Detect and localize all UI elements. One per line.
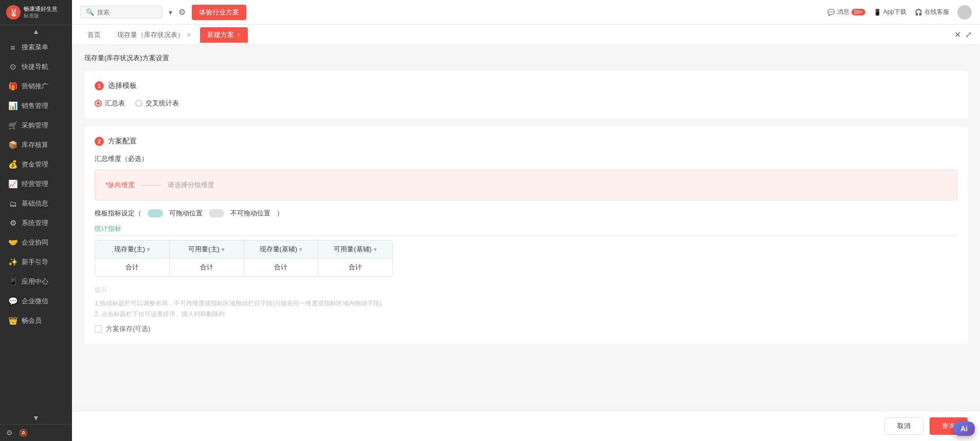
settings-gear-button[interactable]: ⚙ (178, 7, 186, 17)
col-inventory-aux-label: 现存量(基辅) (260, 245, 298, 254)
sidebar-item-search-menu[interactable]: ≡ 搜索菜单 (0, 38, 72, 57)
settings-button[interactable]: ⚙ (6, 429, 13, 437)
sidebar-item-sales[interactable]: 📊 销售管理 (0, 96, 72, 116)
guide-icon: ✨ (8, 258, 17, 267)
sales-icon: 📊 (8, 101, 17, 111)
app-download-icon: 📱 (874, 9, 881, 16)
search-box[interactable]: 🔍 (80, 6, 162, 19)
content-area: 现存量(库存状况表)方案设置 1 选择模板 汇总表 交叉统计表 2 (72, 45, 980, 411)
expand-button[interactable]: ⤢ (965, 30, 972, 40)
step1-section: 1 选择模板 汇总表 交叉统计表 (84, 71, 968, 118)
ai-float-button[interactable]: Ai (953, 421, 975, 436)
radio-summary[interactable]: 汇总表 (95, 99, 125, 108)
sidebar-item-guide[interactable]: ✨ 新手引导 (0, 252, 72, 272)
sidebar-item-label: 资金管理 (22, 160, 48, 169)
industry-plan-button[interactable]: 体验行业方案 (192, 5, 246, 20)
enterprise-icon: 🤝 (8, 238, 17, 247)
sidebar-item-member[interactable]: 👑 畅会员 (0, 311, 72, 330)
dimension-selector[interactable]: *纵向维度 请选择分组维度 (95, 170, 957, 200)
app-download-button[interactable]: 📱 App下载 (874, 8, 906, 16)
basic-icon: 🗂 (8, 199, 17, 208)
dimension-required-label: 汇总维度（必选） (95, 154, 957, 163)
sidebar-footer: ⚙ 🔕 (0, 424, 72, 441)
sidebar-item-marketing[interactable]: 🎁 营销推广 (0, 77, 72, 96)
message-button[interactable]: 💬 消息 99+ (827, 8, 865, 16)
step2-header: 2 方案配置 (95, 137, 957, 146)
tab-inventory-label: 现存量（库存状况表） (117, 30, 184, 40)
quick-nav-icon: ⊙ (8, 62, 17, 71)
app-logo: 🐰 畅康通好生意 标准版 (0, 0, 72, 25)
tab-home[interactable]: 首页 (80, 27, 108, 43)
chevron-down-icon: ▾ (147, 246, 150, 253)
col-available-aux: 可用量(基辅) ▾ (318, 241, 392, 258)
user-avatar[interactable] (957, 5, 972, 20)
tab-inventory-status[interactable]: 现存量（库存状况表） × (110, 27, 198, 43)
topbar: 🔍 ▾ ⚙ 体验行业方案 💬 消息 99+ 📱 App下载 🎧 在线客服 (72, 0, 980, 25)
chevron-down-icon: ▾ (374, 246, 377, 253)
sidebar-scroll-up[interactable]: ▲ (0, 25, 72, 38)
chevron-down-icon: ▾ (222, 246, 225, 253)
sidebar-item-label: 经营管理 (22, 179, 48, 189)
sidebar-item-inventory[interactable]: 📦 库存核算 (0, 135, 72, 155)
close-all-tabs-button[interactable]: ✕ (954, 30, 961, 40)
save-checkbox[interactable] (95, 325, 102, 333)
draggable-indicator (148, 209, 163, 217)
tab-inventory-close-icon[interactable]: × (187, 31, 191, 39)
step2-section: 2 方案配置 汇总维度（必选） *纵向维度 请选择分组维度 模板指标设定（ 可拖… (84, 126, 968, 344)
system-icon: ⚙ (8, 218, 17, 228)
sidebar-scroll-down[interactable]: ▼ (0, 412, 72, 424)
step1-title: 选择模板 (108, 81, 137, 90)
sidebar-item-app-center[interactable]: 📱 应用中心 (0, 272, 72, 291)
step2-title: 方案配置 (108, 137, 137, 146)
sidebar-item-purchase[interactable]: 🛒 采购管理 (0, 116, 72, 135)
col-available-aux-header[interactable]: 可用量(基辅) ▾ (318, 241, 392, 258)
sidebar-item-enterprise[interactable]: 🤝 企业协同 (0, 233, 72, 252)
sidebar-nav: ≡ 搜索菜单 ⊙ 快捷导航 🎁 营销推广 📊 销售管理 🛒 采购管理 📦 库存核… (0, 38, 72, 412)
tab-new-plan-close-icon[interactable]: × (237, 31, 241, 39)
purchase-icon: 🛒 (8, 121, 17, 130)
sidebar-item-label: 快捷导航 (22, 62, 48, 71)
main-area: 🔍 ▾ ⚙ 体验行业方案 💬 消息 99+ 📱 App下载 🎧 在线客服 (72, 0, 980, 441)
indicator-setting-row: 模板指标设定（ 可拖动位置 不可拖动位置 ） (95, 209, 957, 218)
headset-icon: 🎧 (915, 9, 922, 16)
finance-icon: 💰 (8, 160, 17, 169)
col-available-aux-label: 可用量(基辅) (334, 245, 372, 254)
chevron-down-icon: ▾ (299, 246, 302, 253)
online-service-button[interactable]: 🎧 在线客服 (915, 8, 949, 16)
search-input[interactable] (97, 9, 157, 16)
sidebar-item-wechat[interactable]: 💬 企业微信 (0, 291, 72, 311)
sidebar-item-finance[interactable]: 💰 资金管理 (0, 155, 72, 174)
col-inventory-main-header[interactable]: 现存量(主) ▾ (95, 241, 169, 258)
save-option[interactable]: 方案保存(可选) (95, 324, 957, 334)
sidebar-item-system[interactable]: ⚙ 系统管理 (0, 213, 72, 233)
app-download-label: App下载 (883, 8, 906, 16)
col-available-main-header[interactable]: 可用量(主) ▾ (170, 241, 244, 258)
tab-new-plan[interactable]: 新建方案 × (200, 27, 248, 43)
wechat-icon: 💬 (8, 297, 17, 306)
sound-button[interactable]: 🔕 (19, 429, 28, 437)
stats-label: 统计指标 (95, 224, 957, 236)
col-inventory-aux: 现存量(基辅) ▾ (244, 241, 319, 258)
search-dropdown-button[interactable]: ▾ (169, 8, 172, 16)
col-available-main-body: 合计 (170, 258, 244, 276)
online-service-label: 在线客服 (924, 8, 949, 16)
col-inventory-aux-summary: 合计 (244, 258, 318, 276)
dimension-required-star: *纵向维度 (105, 180, 135, 190)
template-radio-group: 汇总表 交叉统计表 (95, 99, 957, 108)
app-name: 畅康通好生意 (24, 5, 58, 12)
sidebar: 🐰 畅康通好生意 标准版 ▲ ≡ 搜索菜单 ⊙ 快捷导航 🎁 营销推广 📊 销售… (0, 0, 72, 441)
member-icon: 👑 (8, 316, 17, 325)
operation-icon: 📈 (8, 179, 17, 189)
radio-cross[interactable]: 交叉统计表 (135, 99, 179, 108)
sidebar-item-label: 库存核算 (22, 140, 48, 150)
dimension-placeholder: 请选择分组维度 (168, 180, 214, 190)
col-inventory-aux-header[interactable]: 现存量(基辅) ▾ (244, 241, 318, 258)
sidebar-item-operation[interactable]: 📈 经营管理 (0, 174, 72, 194)
sidebar-item-basic[interactable]: 🗂 基础信息 (0, 194, 72, 213)
cancel-button[interactable]: 取消 (884, 417, 923, 435)
sidebar-item-quick-nav[interactable]: ⊙ 快捷导航 (0, 57, 72, 77)
inventory-icon: 📦 (8, 140, 17, 150)
stats-table: 现存量(主) ▾ 可用量(主) ▾ 现存量(基辅 (95, 240, 393, 277)
col-available-main-summary: 合计 (170, 258, 244, 276)
radio-summary-label: 汇总表 (105, 99, 125, 108)
